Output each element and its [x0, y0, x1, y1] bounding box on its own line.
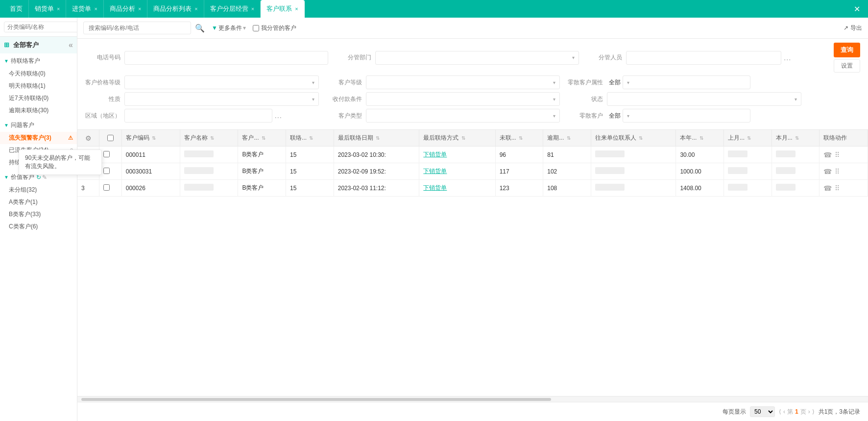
tab-home[interactable]: 首页 — [4, 0, 29, 18]
tab-product-analysis[interactable]: 商品分析 × — [104, 0, 147, 18]
export-button[interactable]: ↗ 导出 — [844, 24, 862, 32]
tab-product-list[interactable]: 商品分析列表 × — [147, 0, 204, 18]
sidebar-search-input[interactable] — [4, 22, 77, 32]
customer-level-select[interactable]: ▾ — [366, 75, 560, 89]
scrollbar-thumb[interactable] — [81, 398, 551, 401]
last-method-link[interactable]: 下销货单 — [423, 184, 447, 191]
sort-icon: ⇅ — [795, 135, 799, 141]
window-close-button[interactable]: ✕ — [850, 4, 864, 14]
table-body: 1 000011 B类客户 15 2023-03-02 10:30: 下销货单 … — [77, 147, 868, 197]
action-more-icon[interactable]: ⠿ — [835, 184, 840, 192]
row-type: B类客户 — [238, 147, 286, 163]
col-header-last-date[interactable]: 最后联络日期 ⇅ — [334, 130, 419, 147]
settings-button[interactable]: 设置 — [834, 59, 860, 73]
phone-input[interactable] — [124, 51, 328, 65]
sidebar-collapse-icon[interactable]: « — [69, 41, 73, 50]
col-header-this-month[interactable]: 本月... ⇅ — [772, 130, 820, 147]
sidebar-group-problem-title[interactable]: ▼ 问题客户 — [0, 119, 77, 132]
region-input[interactable] — [124, 109, 272, 123]
my-customers-checkbox[interactable]: 我分管的客户 — [253, 24, 296, 32]
sidebar-item-tomorrow[interactable]: 明天待联络(1) — [0, 80, 77, 92]
sidebar-item-ungrouped[interactable]: 未分组(32) — [0, 184, 77, 196]
per-page-select[interactable]: 50 100 200 — [750, 406, 775, 417]
col-header-unit-contact[interactable]: 往来单位联系人 ⇅ — [591, 130, 675, 147]
tab-customer-contact[interactable]: 客户联系 × — [261, 0, 304, 18]
action-phone-icon[interactable]: ☎ — [823, 168, 832, 175]
col-header-code[interactable]: 客户编码 ⇅ — [121, 130, 180, 147]
filter-field-customer-level: 客户等级 ▾ — [327, 75, 560, 89]
customer-type-select[interactable]: ▾ — [366, 109, 560, 123]
filter-field-manager: 分管人员 … — [587, 51, 830, 65]
sidebar-item-churn-warning[interactable]: 流失预警客户(3) ⚠ — [0, 132, 77, 144]
row-last-date: 2023-02-09 19:52: — [334, 163, 419, 180]
status-select[interactable]: ▾ — [607, 92, 801, 106]
tab-purchase[interactable]: 进货单 × — [66, 0, 103, 18]
row-this-month — [772, 163, 820, 180]
sidebar-group-pending-title[interactable]: ▼ 待联络客户 — [0, 54, 77, 68]
next-page-icon[interactable]: › — [808, 408, 810, 415]
col-header-last-method[interactable]: 最后联络方式 ⇅ — [419, 130, 495, 147]
last-page-icon[interactable]: ⟩ — [812, 408, 815, 415]
close-icon[interactable]: × — [251, 6, 254, 12]
action-phone-icon[interactable]: ☎ — [823, 184, 832, 192]
sidebar-item-today[interactable]: 今天待联络(0) — [0, 68, 77, 80]
filter-field-dept: 分管部门 ▾ — [336, 51, 579, 65]
tab-customer-layer[interactable]: 客户分层经营 × — [204, 0, 261, 18]
row-check[interactable] — [103, 184, 110, 191]
sidebar-item-class-c[interactable]: C类客户(6) — [0, 221, 77, 233]
action-more-icon[interactable]: ⠿ — [835, 168, 840, 175]
close-icon[interactable]: × — [94, 6, 97, 12]
search-input[interactable] — [83, 22, 191, 34]
close-icon[interactable]: × — [138, 6, 141, 12]
dots-icon[interactable]: … — [781, 53, 793, 62]
close-icon[interactable]: × — [57, 6, 60, 12]
col-header-this-year[interactable]: 本年... ⇅ — [676, 130, 724, 147]
filter-panel: 电话号码 分管部门 ▾ 分管人员 … — [77, 39, 868, 130]
prev-page-icon[interactable]: ‹ — [783, 408, 785, 415]
first-page-icon[interactable]: ⟨ — [779, 408, 781, 415]
col-header-overdue[interactable]: 逾期... ⇅ — [543, 130, 591, 147]
grid-icon: ⊞ — [4, 41, 9, 49]
current-page-number[interactable]: 1 — [795, 408, 798, 415]
last-method-link[interactable]: 下销货单 — [423, 168, 447, 174]
filter-field-phone: 电话号码 — [85, 51, 328, 65]
col-header-uncontacted[interactable]: 未联... ⇅ — [495, 130, 543, 147]
scatter-customer-select[interactable]: ▾ — [623, 109, 750, 123]
close-icon[interactable]: × — [194, 6, 197, 12]
dept-select[interactable]: ▾ — [375, 51, 579, 65]
chevron-down-icon: ▾ — [553, 80, 555, 85]
nature-select[interactable]: ▾ — [124, 92, 319, 106]
sidebar-item-class-b[interactable]: B类客户(33) — [0, 208, 77, 221]
sidebar-all-customers[interactable]: ⊞ 全部客户 « — [0, 37, 77, 53]
sidebar-item-7days[interactable]: 近7天待联络(0) — [0, 92, 77, 104]
price-level-select[interactable]: ▾ — [124, 75, 319, 89]
dots-icon[interactable]: … — [272, 111, 284, 120]
tab-sales[interactable]: 销货单 × — [29, 0, 66, 18]
sort-icon: ⇅ — [699, 135, 703, 141]
row-actions: ☎ ⠿ — [820, 180, 868, 197]
action-phone-icon[interactable]: ☎ — [823, 151, 832, 159]
horizontal-scrollbar[interactable] — [77, 396, 868, 402]
col-header-last-month[interactable]: 上月... ⇅ — [724, 130, 772, 147]
scatter-attr-select[interactable]: ▾ — [623, 75, 750, 89]
row-last-month — [724, 163, 772, 180]
row-check[interactable] — [103, 151, 110, 157]
query-button[interactable]: 查询 — [834, 43, 860, 57]
col-header-type[interactable]: 客户... ⇅ — [238, 130, 286, 147]
action-more-icon[interactable]: ⠿ — [835, 151, 840, 159]
col-header-contact[interactable]: 联络... ⇅ — [286, 130, 334, 147]
close-icon[interactable]: × — [295, 6, 298, 12]
select-all-checkbox[interactable] — [107, 135, 114, 141]
row-check[interactable] — [103, 168, 110, 174]
sidebar-item-overdue[interactable]: 逾期未联络(30) — [0, 104, 77, 117]
my-customers-check[interactable] — [253, 25, 259, 31]
col-header-name[interactable]: 客户名称 ⇅ — [180, 130, 238, 147]
checkbox-column-header — [99, 130, 122, 147]
payment-select[interactable]: ▾ — [366, 92, 560, 106]
search-icon[interactable]: 🔍 — [195, 24, 205, 33]
last-method-link[interactable]: 下销货单 — [423, 151, 447, 158]
sidebar-item-class-a[interactable]: A类客户(1) — [0, 196, 77, 208]
gear-icon[interactable]: ⚙ — [85, 134, 92, 142]
more-filters-button[interactable]: ▼ 更多条件 ▾ — [209, 22, 249, 34]
manager-select[interactable] — [626, 51, 781, 65]
